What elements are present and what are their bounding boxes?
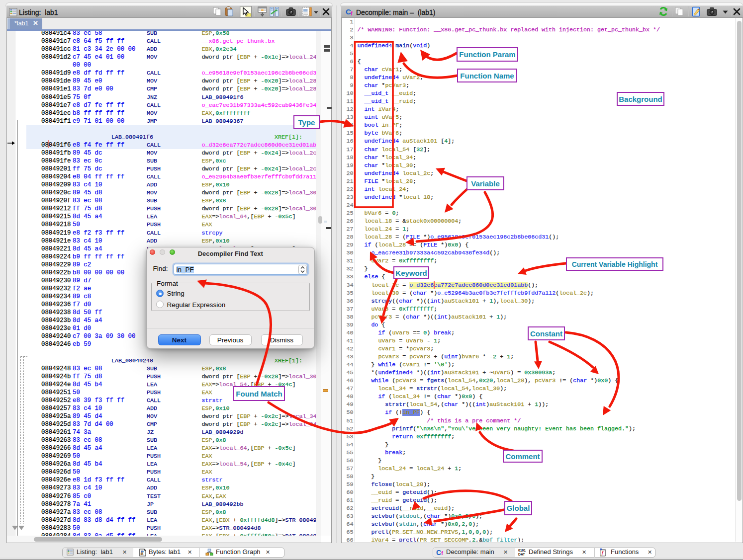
svg-text:01: 01 (140, 553, 143, 556)
